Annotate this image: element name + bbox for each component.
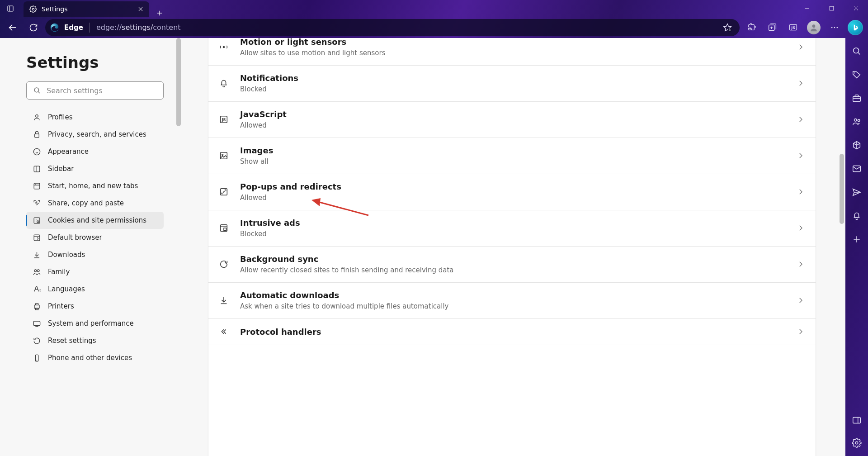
svg-point-29: [33, 148, 40, 155]
window-minimize-button[interactable]: [795, 0, 819, 17]
cube-icon[interactable]: [851, 139, 863, 151]
sidebar-item-languages[interactable]: 字Languages: [26, 280, 164, 298]
sidebar-item-downloads[interactable]: Downloads: [26, 246, 164, 263]
svg-point-27: [35, 114, 38, 117]
new-tab-button[interactable]: [149, 10, 170, 17]
svg-rect-30: [34, 166, 40, 172]
permission-row-pop-ups-and-redirects[interactable]: Pop-ups and redirectsAllowed: [208, 174, 816, 210]
permission-subtitle: Allow recently closed sites to finish se…: [240, 266, 786, 274]
permission-row-notifications[interactable]: NotificationsBlocked: [208, 66, 816, 102]
extensions-button[interactable]: [742, 19, 760, 37]
sidebar-item-profiles[interactable]: Profiles: [26, 109, 164, 126]
panel-icon[interactable]: [851, 414, 863, 426]
page: Settings ProfilesPrivacy, search, and se…: [0, 38, 845, 456]
svg-rect-35: [34, 218, 40, 223]
permission-subtitle: Blocked: [240, 85, 786, 93]
send-icon[interactable]: [851, 186, 863, 198]
search-icon[interactable]: [851, 45, 863, 57]
chevron-right-icon: [797, 224, 805, 232]
permissions-card: Motion or light sensorsAllow sites to us…: [208, 38, 816, 456]
nav-item-icon: [32, 130, 42, 139]
permission-row-images[interactable]: ImagesShow all: [208, 138, 816, 174]
sidebar-item-appearance[interactable]: Appearance: [26, 143, 164, 160]
permission-subtitle: Ask when a site tries to download multip…: [240, 302, 786, 310]
search-icon: [33, 86, 41, 95]
address-bar[interactable]: Edge edge://settings/content: [45, 19, 740, 36]
content-scrollbar[interactable]: [840, 154, 844, 224]
bell-icon[interactable]: [851, 210, 863, 222]
edge-logo-icon: [50, 23, 60, 33]
permission-title: Motion or light sensors: [240, 38, 786, 47]
back-button[interactable]: [4, 19, 22, 37]
permission-row-background-sync[interactable]: Background syncAllow recently closed sit…: [208, 247, 816, 283]
browser-tab[interactable]: Settings: [24, 1, 149, 17]
sidebar-item-share-copy-and-paste[interactable]: Share, copy and paste: [26, 195, 164, 212]
nav-item-label: Cookies and site permissions: [48, 216, 146, 224]
permission-row-intrusive-ads[interactable]: Intrusive adsBlocked: [208, 210, 816, 247]
sidebar-item-system-and-performance[interactable]: System and performance: [26, 315, 164, 332]
svg-point-69: [854, 72, 855, 73]
refresh-button[interactable]: [24, 19, 42, 37]
permission-subtitle: Allowed: [240, 194, 786, 202]
sidebar-item-reset-settings[interactable]: Reset settings: [26, 332, 164, 349]
collections-button[interactable]: [763, 19, 781, 37]
profile-button[interactable]: [805, 19, 823, 37]
svg-rect-39: [34, 235, 40, 241]
svg-point-44: [37, 269, 39, 271]
nav-item-label: Appearance: [48, 147, 89, 156]
nav-item-label: Profiles: [48, 113, 72, 121]
permission-icon: [218, 42, 229, 52]
plus-icon[interactable]: [851, 233, 863, 245]
nav-item-icon: [32, 113, 42, 122]
tag-icon[interactable]: [851, 69, 863, 81]
chevron-right-icon: [797, 79, 805, 87]
svg-point-67: [854, 48, 859, 53]
sidebar-item-start-home-and-new-tabs[interactable]: Start, home, and new tabs: [26, 177, 164, 195]
permission-title: Intrusive ads: [240, 218, 786, 228]
bing-icon: [848, 20, 863, 35]
sidebar-item-printers[interactable]: Printers: [26, 298, 164, 315]
chevron-right-icon: [797, 115, 805, 124]
sidebar-item-sidebar[interactable]: Sidebar: [26, 160, 164, 177]
svg-point-25: [34, 88, 39, 92]
permission-icon: [218, 295, 229, 305]
nav-item-icon: [32, 233, 42, 242]
permission-row-motion-or-light-sensors[interactable]: Motion or light sensorsAllow sites to us…: [208, 38, 816, 66]
tab-actions-button[interactable]: [0, 0, 21, 17]
sidebar-item-default-browser[interactable]: Default browser: [26, 229, 164, 246]
tab-title: Settings: [42, 5, 133, 13]
reading-mode-button[interactable]: JS: [784, 19, 802, 37]
svg-text:JS: JS: [221, 118, 226, 122]
sidebar-item-cookies-and-site-permissions[interactable]: Cookies and site permissions: [26, 212, 164, 229]
window-maximize-button[interactable]: [819, 0, 844, 17]
page-title: Settings: [26, 53, 164, 71]
briefcase-icon[interactable]: [851, 92, 863, 104]
tab-close-button[interactable]: [137, 6, 144, 12]
svg-rect-78: [853, 418, 861, 423]
gear-icon: [29, 5, 37, 13]
search-input[interactable]: [47, 86, 157, 95]
mail-icon[interactable]: [851, 163, 863, 175]
site-identity[interactable]: Edge: [50, 23, 83, 33]
search-settings-field[interactable]: [26, 81, 164, 100]
permission-icon: [218, 151, 229, 161]
bing-chat-button[interactable]: [846, 19, 864, 37]
people-icon[interactable]: [851, 116, 863, 128]
sidebar-item-family[interactable]: Family: [26, 263, 164, 280]
permission-row-automatic-downloads[interactable]: Automatic downloadsAsk when a site tries…: [208, 283, 816, 319]
svg-point-21: [812, 24, 816, 28]
svg-point-22: [831, 27, 833, 28]
address-divider: [90, 23, 90, 33]
sidebar-item-phone-and-other-devices[interactable]: Phone and other devices: [26, 349, 164, 366]
svg-rect-0: [8, 6, 13, 11]
sidebar-item-privacy-search-and-services[interactable]: Privacy, search, and services: [26, 126, 164, 143]
nav-item-icon: 字: [32, 285, 42, 294]
settings-gear-icon[interactable]: [851, 437, 863, 449]
permission-row-protocol-handlers[interactable]: Protocol handlers: [208, 319, 816, 345]
favorite-button[interactable]: [722, 23, 732, 33]
sidebar-scrollbar[interactable]: [176, 38, 181, 126]
menu-button[interactable]: [826, 19, 844, 37]
permission-row-javascript[interactable]: JSJavaScriptAllowed: [208, 102, 816, 138]
nav-item-icon: [32, 302, 42, 311]
window-close-button[interactable]: [844, 0, 868, 17]
